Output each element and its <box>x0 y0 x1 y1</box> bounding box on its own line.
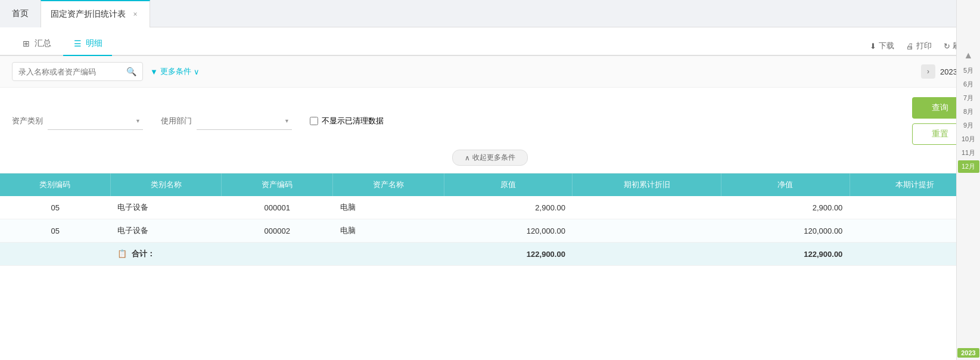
cell-asset-name: 电脑 <box>333 219 444 243</box>
total-row: 📋 合计： 122,900.00 122,900.00 <box>0 243 980 266</box>
col-header-asset-name: 资产名称 <box>333 173 444 196</box>
print-button[interactable]: 🖨 打印 <box>906 41 932 51</box>
cell-asset-name: 电脑 <box>333 196 444 219</box>
table-row: 05 电子设备 000001 电脑 2,900.00 2,900.00 <box>0 196 980 219</box>
cell-asset-code: 000002 <box>222 219 333 243</box>
total-net-value: 122,900.00 <box>721 243 850 266</box>
asset-type-field: 资产类别 电子设备 <box>12 112 143 130</box>
toolbar-actions: ⬇ 下载 🖨 打印 ↻ 刷新 <box>870 41 968 55</box>
cell-original: 2,900.00 <box>444 196 573 219</box>
table-wrap: 类别编码 类别名称 资产编码 资产名称 原值 期初累计折旧 净值 本期计提折 0… <box>0 173 980 360</box>
table-header-row: 类别编码 类别名称 资产编码 资产名称 原值 期初累计折旧 净值 本期计提折 <box>0 173 980 196</box>
cell-net-value: 120,000.00 <box>721 219 850 243</box>
dept-select-wrap <box>197 112 292 130</box>
asset-type-select[interactable]: 电子设备 <box>48 112 143 130</box>
col-header-net-value: 净值 <box>721 173 850 196</box>
cell-depreciation <box>573 196 721 219</box>
col-header-category-code: 类别编码 <box>0 173 110 196</box>
hide-cleared-field: 不显示已清理数据 <box>310 116 384 126</box>
total-depreciation <box>573 243 721 266</box>
col-header-category-name: 类别名称 <box>110 173 222 196</box>
detail-icon: ☰ <box>73 39 82 48</box>
search-input[interactable] <box>18 67 123 76</box>
scroll-up-button[interactable]: ▲ <box>964 48 973 63</box>
collapse-button[interactable]: ∧ 收起更多条件 <box>452 150 528 166</box>
month-7[interactable]: 7月 <box>958 92 979 104</box>
month-12[interactable]: 12月 <box>958 160 979 173</box>
main-content: ⊞ 汇总 ☰ 明细 ⬇ 下载 🖨 打印 ↻ 刷新 <box>0 27 980 360</box>
asset-type-label: 资产类别 <box>12 116 43 126</box>
month-6[interactable]: 6月 <box>958 78 979 91</box>
total-code <box>0 243 110 266</box>
hide-cleared-checkbox[interactable] <box>310 117 318 125</box>
month-9[interactable]: 9月 <box>958 119 979 132</box>
asset-type-select-wrap: 电子设备 <box>48 112 143 130</box>
cell-asset-code: 000001 <box>222 196 333 219</box>
summary-icon: ⊞ <box>21 39 31 48</box>
collapse-label: 收起更多条件 <box>472 153 515 163</box>
cell-category-name: 电子设备 <box>110 196 222 219</box>
tab-close-icon[interactable]: × <box>130 10 140 19</box>
tab-detail-label: 明细 <box>86 38 102 49</box>
hide-cleared-label: 不显示已清理数据 <box>322 116 384 126</box>
cell-depreciation <box>573 219 721 243</box>
more-filter-button[interactable]: ▼ 更多条件 ∨ <box>150 66 200 77</box>
dept-label: 使用部门 <box>161 116 192 126</box>
tab-home[interactable]: 首页 <box>0 0 41 27</box>
tab-detail[interactable]: ☰ 明细 <box>63 32 112 56</box>
year-badge: 2023 <box>957 348 979 358</box>
right-sidebar: ▲ 5月 6月 7月 8月 9月 10月 11月 12月 2023 <box>956 0 980 360</box>
sub-tab-bar: ⊞ 汇总 ☰ 明细 ⬇ 下载 🖨 打印 ↻ 刷新 <box>0 27 980 56</box>
filter-label: 更多条件 <box>160 66 191 77</box>
total-icon: 📋 <box>117 249 127 258</box>
cell-category-code: 05 <box>0 219 110 243</box>
cell-net-value: 2,900.00 <box>721 196 850 219</box>
month-11[interactable]: 11月 <box>958 147 979 159</box>
cell-original: 120,000.00 <box>444 219 573 243</box>
col-header-asset-code: 资产编码 <box>222 173 333 196</box>
collapse-row: ∧ 收起更多条件 <box>12 145 968 168</box>
print-icon: 🖨 <box>906 42 914 51</box>
table-row: 05 电子设备 000002 电脑 120,000.00 120,000.00 <box>0 219 980 243</box>
cell-category-code: 05 <box>0 196 110 219</box>
month-10[interactable]: 10月 <box>958 133 979 145</box>
month-5[interactable]: 5月 <box>958 64 979 77</box>
download-label: 下载 <box>879 41 894 51</box>
download-icon: ⬇ <box>870 42 876 51</box>
filter-panel: 资产类别 电子设备 使用部门 <box>0 88 980 173</box>
refresh-icon: ↻ <box>944 42 950 51</box>
filter-row: 资产类别 电子设备 使用部门 <box>12 97 968 145</box>
total-label: 📋 合计： <box>110 243 444 266</box>
download-button[interactable]: ⬇ 下载 <box>870 41 894 51</box>
search-icon: 🔍 <box>126 67 136 76</box>
cell-category-name: 电子设备 <box>110 219 222 243</box>
tab-active-label: 固定资产折旧统计表 <box>51 9 126 20</box>
filter-icon: ▼ <box>150 67 158 76</box>
tab-active[interactable]: 固定资产折旧统计表 × <box>41 0 150 27</box>
total-original: 122,900.00 <box>444 243 573 266</box>
search-bar: 🔍 ▼ 更多条件 ∨ › 2023.01 <box>0 56 980 88</box>
col-header-original: 原值 <box>444 173 573 196</box>
col-header-depreciation: 期初累计折旧 <box>573 173 721 196</box>
date-nav-button[interactable]: › <box>921 64 935 79</box>
dept-field: 使用部门 <box>161 112 292 130</box>
search-input-wrap[interactable]: 🔍 <box>12 62 143 81</box>
tab-summary-label: 汇总 <box>35 38 51 49</box>
collapse-chevron-icon: ∧ <box>465 154 470 162</box>
data-table: 类别编码 类别名称 资产编码 资产名称 原值 期初累计折旧 净值 本期计提折 0… <box>0 173 980 266</box>
tab-summary[interactable]: ⊞ 汇总 <box>12 32 61 56</box>
tab-bar: 首页 固定资产折旧统计表 × ✕ <box>0 0 980 27</box>
filter-chevron-icon: ∨ <box>194 67 200 76</box>
print-label: 打印 <box>916 41 932 51</box>
month-8[interactable]: 8月 <box>958 105 979 118</box>
dept-select[interactable] <box>197 112 292 130</box>
